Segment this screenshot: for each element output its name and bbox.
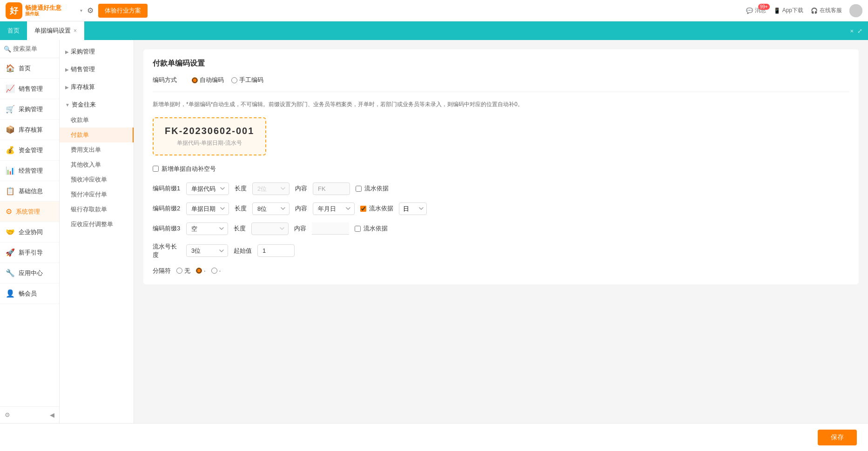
search-icon: 🔍: [4, 46, 11, 53]
sub-group-purchase: ▶ 采购管理: [60, 44, 134, 60]
sidebar-item-finance[interactable]: 💰 资金管理: [0, 140, 59, 161]
sidebar-item-apps[interactable]: 🔧 应用中心: [0, 263, 59, 283]
day-select[interactable]: 日: [399, 202, 427, 215]
sub-group-sales-header[interactable]: ▶ 销售管理: [60, 61, 134, 77]
prefix1-select[interactable]: 单据代码: [186, 182, 229, 195]
sidebar-item-guide[interactable]: 🚀 新手引导: [0, 242, 59, 263]
prefix3-label: 编码前缀3: [153, 224, 181, 233]
sub-item-expense[interactable]: 费用支出单: [60, 142, 134, 157]
content1-input[interactable]: [313, 182, 350, 195]
content3-label: 内容: [294, 224, 306, 233]
home-icon: 🏠: [6, 64, 15, 73]
main-layout: 🔍 搜索菜单 🏠 首页 📈 销售管理 🛒 采购管理 📦 库存核算 💰 资金管理 …: [0, 40, 868, 423]
tab-collapse-icon[interactable]: ×: [850, 27, 854, 34]
sidebar-search[interactable]: 🔍 搜索菜单: [0, 40, 59, 58]
top-bar-actions: 💬 消息 99+ 📱 App下载 🎧 在线客服: [746, 4, 862, 17]
message-button[interactable]: 💬 消息 99+: [746, 7, 766, 14]
app-icon: 📱: [774, 7, 781, 14]
arrow-right-icon: ▶: [65, 67, 69, 72]
sep-dot-option[interactable]: ·: [196, 267, 206, 274]
sidebar-collapse-icon[interactable]: ◀: [50, 411, 54, 418]
online-service-button[interactable]: 🎧 在线客服: [811, 7, 842, 14]
sub-item-prepay-receipt[interactable]: 预收冲应收单: [60, 172, 134, 187]
gear-icon[interactable]: ⚙: [87, 6, 94, 15]
sidebar-item-business[interactable]: 📊 经营管理: [0, 161, 59, 181]
manual-encode-option[interactable]: 手工编码: [231, 76, 263, 84]
save-button[interactable]: 保存: [818, 430, 857, 445]
content2-select[interactable]: 年月日: [313, 202, 355, 215]
tab-close-icon[interactable]: ×: [74, 27, 77, 34]
tab-bar-right: × ⤢: [850, 27, 868, 34]
trial-button[interactable]: 体验行业方案: [98, 4, 148, 18]
prefix3-select[interactable]: 空: [186, 222, 228, 235]
app-download-button[interactable]: 📱 App下载: [774, 7, 803, 14]
sep-none-option[interactable]: 无: [176, 267, 190, 275]
business-icon: 📊: [6, 166, 15, 175]
separator-label: 分隔符: [153, 267, 171, 275]
sidebar-item-home[interactable]: 🏠 首页: [0, 58, 59, 79]
sub-item-adjustment[interactable]: 应收应付调整单: [60, 217, 134, 232]
sub-group-finance-header[interactable]: ▼ 资金往来: [60, 97, 134, 113]
auto-encode-radio[interactable]: [192, 77, 198, 83]
sidebar-item-system[interactable]: ⚙ 系统管理: [0, 202, 59, 222]
sep-none-radio[interactable]: [176, 268, 182, 274]
sep-other-option[interactable]: ·: [211, 267, 221, 274]
code-example-box: FK-20230602-001 单据代码-单据日期-流水号: [153, 117, 266, 155]
user-avatar[interactable]: [849, 4, 862, 17]
cooperation-icon: 🤝: [6, 228, 15, 236]
system-icon: ⚙: [6, 207, 12, 216]
stream2-option[interactable]: 流水依据: [360, 204, 393, 213]
tab-encoding-settings[interactable]: 单据编码设置 ×: [27, 21, 84, 40]
sub-group-purchase-header[interactable]: ▶ 采购管理: [60, 44, 134, 60]
serial-length-label: 流水号长度: [153, 242, 181, 259]
chevron-down-icon[interactable]: ▾: [80, 8, 82, 13]
stream1-option[interactable]: 流水依据: [356, 184, 389, 193]
sidebar-item-purchase[interactable]: 🛒 采购管理: [0, 99, 59, 120]
apps-icon: 🔧: [6, 269, 15, 277]
auto-encode-option[interactable]: 自动编码: [192, 76, 224, 84]
sub-group-inventory-header[interactable]: ▶ 库存核算: [60, 79, 134, 95]
logo-text: 畅捷通好生意 插件版: [25, 4, 61, 17]
member-icon: 👤: [6, 289, 15, 298]
sep-dot-char: ·: [204, 267, 206, 274]
guide-icon: 🚀: [6, 248, 15, 257]
stream1-checkbox[interactable]: [356, 186, 362, 192]
start-value-input[interactable]: [257, 244, 295, 257]
length2-label: 长度: [235, 204, 247, 213]
start-value-label: 起始值: [234, 247, 252, 255]
stream3-option[interactable]: 流水依据: [355, 224, 388, 233]
sidebar-bottom: ⚙ ◀: [0, 406, 59, 423]
sep-dot-radio[interactable]: [196, 268, 202, 274]
logo: 好 畅捷通好生意 插件版: [6, 2, 61, 19]
sub-item-bank[interactable]: 银行存取款单: [60, 202, 134, 217]
serial-length-select[interactable]: 3位: [186, 244, 228, 257]
sub-item-income[interactable]: 其他收入单: [60, 157, 134, 172]
tab-expand-icon[interactable]: ⤢: [857, 27, 862, 34]
content3-input[interactable]: [312, 222, 349, 235]
sidebar-item-inventory[interactable]: 📦 库存核算: [0, 120, 59, 140]
sep-other-radio[interactable]: [211, 268, 217, 274]
logo-icon: 好: [6, 2, 22, 19]
bottom-bar: 保存: [0, 423, 868, 451]
stream2-checkbox[interactable]: [360, 206, 366, 212]
sidebar-item-basic[interactable]: 📋 基础信息: [0, 181, 59, 202]
arrow-down-icon: ▼: [65, 102, 70, 108]
stream3-checkbox[interactable]: [355, 226, 361, 232]
sidebar-item-member[interactable]: 👤 畅会员: [0, 283, 59, 304]
tab-home[interactable]: 首页: [0, 21, 27, 40]
auto-fill-checkbox[interactable]: [153, 166, 159, 172]
content1-label: 内容: [295, 184, 307, 193]
sub-item-prepay-payment[interactable]: 预付冲应付单: [60, 187, 134, 202]
sidebar-item-sales[interactable]: 📈 销售管理: [0, 79, 59, 99]
purchase-icon: 🛒: [6, 105, 15, 114]
manual-encode-radio[interactable]: [231, 77, 237, 83]
prefix1-label: 编码前缀1: [153, 184, 181, 193]
sidebar-settings-icon[interactable]: ⚙: [5, 411, 10, 418]
message-icon: 💬: [746, 7, 753, 14]
sub-item-payment[interactable]: 付款单: [60, 128, 134, 142]
sidebar-item-cooperation[interactable]: 🤝 企业协同: [0, 222, 59, 242]
length2-select[interactable]: 8位: [252, 202, 289, 215]
serial-row: 流水号长度 3位 起始值: [153, 242, 849, 259]
sub-item-receipt[interactable]: 收款单: [60, 113, 134, 128]
prefix2-select[interactable]: 单据日期: [186, 202, 229, 215]
